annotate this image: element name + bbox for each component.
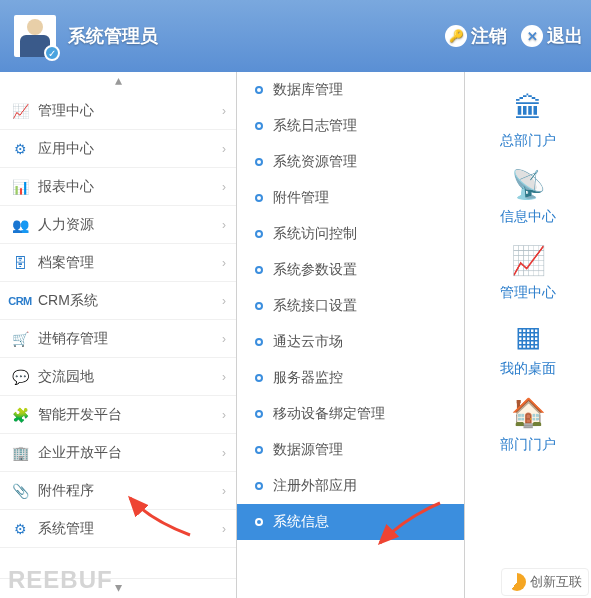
submenu-item-label: 移动设备绑定管理 — [273, 405, 385, 423]
sidebar-expand-handle[interactable]: ▾ — [0, 578, 236, 598]
submenu-item-7[interactable]: 通达云市场 — [237, 324, 464, 360]
chevron-right-icon: › — [222, 294, 226, 308]
sidebar-item-label: 报表中心 — [38, 178, 94, 196]
corner-badge: 创新互联 — [501, 568, 589, 596]
info-icon: 📡 — [508, 164, 548, 204]
enterprise-icon: 🏢 — [10, 443, 30, 463]
submenu-item-11[interactable]: 注册外部应用 — [237, 468, 464, 504]
submenu-item-label: 系统访问控制 — [273, 225, 357, 243]
gear-icon: ⚙ — [10, 519, 30, 539]
username-label: 系统管理员 — [68, 24, 158, 48]
submenu-item-6[interactable]: 系统接口设置 — [237, 288, 464, 324]
bullet-icon — [255, 518, 263, 526]
hr-icon: 👥 — [10, 215, 30, 235]
sidebar-item-1[interactable]: ⚙应用中心› — [0, 130, 236, 168]
exit-label: 退出 — [547, 24, 583, 48]
submenu-item-label: 系统接口设置 — [273, 297, 357, 315]
key-icon — [445, 25, 467, 47]
sidebar-item-8[interactable]: 🧩智能开发平台› — [0, 396, 236, 434]
bullet-icon — [255, 446, 263, 454]
chevron-right-icon: › — [222, 104, 226, 118]
portal-item-2[interactable]: 📈管理中心 — [500, 236, 556, 312]
logout-label: 注销 — [471, 24, 507, 48]
portal-item-label: 总部门户 — [500, 132, 556, 150]
portal-item-1[interactable]: 📡信息中心 — [500, 160, 556, 236]
sidebar-item-label: 企业开放平台 — [38, 444, 122, 462]
hq-icon: 🏛 — [508, 88, 548, 128]
sidebar-item-label: 交流园地 — [38, 368, 94, 386]
sidebar-item-11[interactable]: ⚙系统管理› — [0, 510, 236, 548]
submenu-item-3[interactable]: 附件管理 — [237, 180, 464, 216]
corner-logo-icon — [508, 573, 526, 591]
dept-icon: 🏠 — [508, 392, 548, 432]
report-icon: 📊 — [10, 177, 30, 197]
sidebar-item-2[interactable]: 📊报表中心› — [0, 168, 236, 206]
submenu-item-8[interactable]: 服务器监控 — [237, 360, 464, 396]
archive-icon: 🗄 — [10, 253, 30, 273]
sidebar-item-label: 档案管理 — [38, 254, 94, 272]
submenu-item-4[interactable]: 系统访问控制 — [237, 216, 464, 252]
submenu-item-label: 通达云市场 — [273, 333, 343, 351]
chevron-right-icon: › — [222, 446, 226, 460]
sidebar-item-7[interactable]: 💬交流园地› — [0, 358, 236, 396]
submenu-item-1[interactable]: 系统日志管理 — [237, 108, 464, 144]
submenu-item-0[interactable]: 数据库管理 — [237, 72, 464, 108]
bullet-icon — [255, 230, 263, 238]
apps-icon: ⚙ — [10, 139, 30, 159]
sidebar-item-3[interactable]: 👥人力资源› — [0, 206, 236, 244]
submenu-item-label: 系统信息 — [273, 513, 329, 531]
portal-item-label: 我的桌面 — [500, 360, 556, 378]
exit-button[interactable]: ✕ 退出 — [521, 24, 583, 48]
submenu-item-label: 注册外部应用 — [273, 477, 357, 495]
submenu-item-label: 系统日志管理 — [273, 117, 357, 135]
sidebar-item-5[interactable]: CRMCRM系统› — [0, 282, 236, 320]
bullet-icon — [255, 338, 263, 346]
sidebar-item-4[interactable]: 🗄档案管理› — [0, 244, 236, 282]
chevron-right-icon: › — [222, 332, 226, 346]
submenu-item-label: 系统参数设置 — [273, 261, 357, 279]
bullet-icon — [255, 122, 263, 130]
submenu-item-label: 附件管理 — [273, 189, 329, 207]
bullet-icon — [255, 158, 263, 166]
chevron-right-icon: › — [222, 218, 226, 232]
chart-icon: 📈 — [10, 101, 30, 121]
bullet-icon — [255, 266, 263, 274]
sidebar-item-6[interactable]: 🛒进销存管理› — [0, 320, 236, 358]
corner-badge-text: 创新互联 — [530, 573, 582, 591]
chevron-right-icon: › — [222, 522, 226, 536]
submenu-item-9[interactable]: 移动设备绑定管理 — [237, 396, 464, 432]
portal-item-4[interactable]: 🏠部门门户 — [500, 388, 556, 464]
bullet-icon — [255, 194, 263, 202]
sidebar-item-label: 人力资源 — [38, 216, 94, 234]
submenu-item-5[interactable]: 系统参数设置 — [237, 252, 464, 288]
sidebar-item-label: CRM系统 — [38, 292, 98, 310]
submenu-panel: 数据库管理系统日志管理系统资源管理附件管理系统访问控制系统参数设置系统接口设置通… — [237, 72, 465, 598]
sidebar-item-0[interactable]: 📈管理中心› — [0, 92, 236, 130]
portal-item-0[interactable]: 🏛总部门户 — [500, 84, 556, 160]
bullet-icon — [255, 86, 263, 94]
bullet-icon — [255, 374, 263, 382]
submenu-item-10[interactable]: 数据源管理 — [237, 432, 464, 468]
sidebar-item-10[interactable]: 📎附件程序› — [0, 472, 236, 510]
submenu-item-label: 系统资源管理 — [273, 153, 357, 171]
user-avatar[interactable]: ✓ — [14, 15, 56, 57]
inventory-icon: 🛒 — [10, 329, 30, 349]
sidebar-item-label: 应用中心 — [38, 140, 94, 158]
submenu-item-label: 数据库管理 — [273, 81, 343, 99]
bullet-icon — [255, 410, 263, 418]
chevron-right-icon: › — [222, 180, 226, 194]
portal-item-label: 管理中心 — [500, 284, 556, 302]
submenu-item-12[interactable]: 系统信息 — [237, 504, 464, 540]
logout-button[interactable]: 注销 — [445, 24, 507, 48]
sidebar-collapse-handle[interactable]: ▴ — [0, 72, 236, 92]
mgmt-icon: 📈 — [508, 240, 548, 280]
submenu-item-2[interactable]: 系统资源管理 — [237, 144, 464, 180]
attach-icon: 📎 — [10, 481, 30, 501]
portal-item-label: 信息中心 — [500, 208, 556, 226]
chevron-right-icon: › — [222, 484, 226, 498]
avatar-badge-icon: ✓ — [44, 45, 60, 61]
portal-item-label: 部门门户 — [500, 436, 556, 454]
portal-item-3[interactable]: ▦我的桌面 — [500, 312, 556, 388]
sidebar-item-label: 管理中心 — [38, 102, 94, 120]
sidebar-item-9[interactable]: 🏢企业开放平台› — [0, 434, 236, 472]
